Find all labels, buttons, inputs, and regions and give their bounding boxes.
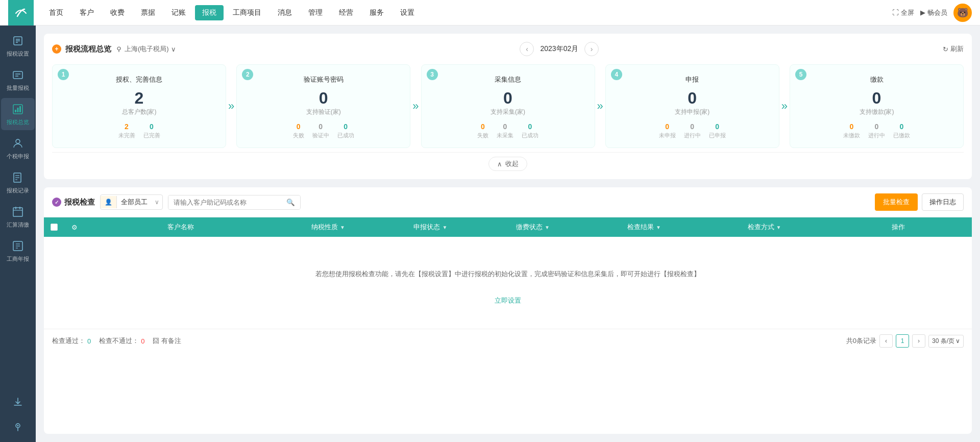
method-filter-icon[interactable]: ▼ [776, 225, 781, 230]
search-button[interactable]: 🔍 [281, 195, 300, 209]
nav-fees[interactable]: 收费 [103, 5, 132, 20]
stat-label: 已成功 [337, 132, 354, 139]
tax-check-section: ✓ 报税检查 👤 全部员工 ∨ 🔍 批量检查 操作日志 [44, 187, 972, 434]
stat-val: 0 [875, 122, 879, 131]
batch-tax-icon [11, 68, 25, 82]
nav-messages[interactable]: 消息 [271, 5, 299, 20]
sidebar-item-location[interactable] [1, 415, 35, 438]
location-selector[interactable]: 上海(电子税局) ∨ [115, 44, 176, 54]
prev-page-button[interactable]: ‹ [879, 334, 893, 348]
step-1-authorize: 1 授权、完善信息 2 总客户数(家) 2 未完善 0 已完善 [52, 64, 226, 148]
per-page-selector[interactable]: 30 条/页 ∨ [928, 335, 964, 348]
arrow-1: » [226, 64, 236, 148]
annual-settlement-icon [11, 205, 25, 219]
result-filter-icon[interactable]: ▼ [656, 225, 661, 230]
collapse-icon: ∧ [497, 160, 502, 168]
step-5-number: 5 [795, 69, 806, 80]
op-log-button[interactable]: 操作日志 [922, 193, 964, 211]
batch-check-button[interactable]: 批量检查 [875, 193, 918, 211]
tax-overview-icon [11, 102, 25, 116]
step-2-stat-0[interactable]: 0 失败 [293, 122, 304, 139]
check-title-icon: ✓ [52, 198, 61, 207]
step-1-stat-1[interactable]: 0 已完善 [143, 122, 160, 139]
nav-home[interactable]: 首页 [42, 5, 70, 20]
sidebar-item-annual-settlement[interactable]: 汇算清缴 [1, 201, 35, 233]
stat-label: 已完善 [143, 132, 160, 139]
search-input[interactable] [168, 195, 281, 209]
step-2-stat-2[interactable]: 0 已成功 [337, 122, 354, 139]
pay-filter-icon[interactable]: ▼ [545, 225, 550, 230]
sidebar-item-annual-report[interactable]: 工商年报 [1, 235, 35, 267]
step-4-stat-2[interactable]: 0 已申报 [709, 122, 726, 139]
stat-label: 失败 [477, 132, 488, 139]
collapse-button[interactable]: ∧ 收起 [488, 157, 527, 171]
employee-filter[interactable]: 👤 全部员工 ∨ [100, 194, 163, 210]
setup-link[interactable]: 立即设置 [495, 297, 521, 304]
employee-filter-text: 全部员工 [117, 195, 152, 209]
check-header-right: 批量检查 操作日志 [875, 193, 964, 211]
nav-commerce[interactable]: 工商项目 [226, 5, 268, 20]
prev-month-button[interactable]: ‹ [520, 42, 534, 56]
step-4-stat-1[interactable]: 0 进行中 [684, 122, 701, 139]
pass-stat: 检查通过： 0 [52, 336, 91, 346]
stat-label: 已成功 [522, 132, 538, 139]
step-4-title: 申报 [685, 75, 699, 84]
step-2-label: 支持验证(家) [306, 108, 341, 116]
current-page: 1 [896, 334, 909, 348]
stat-label: 未采集 [497, 132, 513, 139]
tax-records-icon [11, 170, 25, 185]
step-3-label: 支持采集(家) [491, 108, 525, 116]
overview-icon: + [52, 44, 61, 54]
sidebar-item-batch-tax[interactable]: 批量报税 [1, 64, 35, 96]
report-filter-icon[interactable]: ▼ [442, 225, 447, 230]
th-check-result: 检查结果 ▼ [584, 217, 704, 237]
th-client-name: 客户名称 [85, 217, 277, 237]
sidebar-item-tax-records[interactable]: 报税记录 [1, 166, 35, 199]
nav-settings[interactable]: 设置 [393, 5, 422, 20]
stat-val: 0 [150, 122, 154, 131]
step-1-stat-0[interactable]: 2 未完善 [118, 122, 135, 139]
location-icon [11, 420, 25, 434]
nav-service[interactable]: 服务 [362, 5, 391, 20]
tax-filter-icon[interactable]: ▼ [340, 225, 345, 230]
nav-invoice[interactable]: 票据 [134, 5, 162, 20]
logo[interactable] [8, 0, 34, 26]
header-checkbox[interactable] [51, 224, 58, 231]
stat-label: 进行中 [684, 132, 701, 139]
step-4-stat-0[interactable]: 0 未申报 [659, 122, 676, 139]
pass-count[interactable]: 0 [87, 337, 91, 345]
nav-tax[interactable]: 报税 [195, 5, 224, 20]
step-3-stat-1[interactable]: 0 未采集 [497, 122, 513, 139]
avatar[interactable]: 🐻 [953, 4, 972, 22]
fail-stat: 检查不通过： 0 [99, 336, 144, 346]
sidebar-item-tax-settings[interactable]: 报税设置 [1, 30, 35, 62]
next-month-button[interactable]: › [584, 42, 599, 56]
th-pay-status: 缴费状态 ▼ [482, 217, 584, 237]
step-4-count: 0 [688, 88, 697, 108]
step-4-label: 支持申报(家) [675, 108, 709, 116]
step-5-stat-1[interactable]: 0 进行中 [868, 122, 885, 139]
fail-count[interactable]: 0 [141, 337, 144, 345]
step-5-stat-2[interactable]: 0 已缴款 [893, 122, 910, 139]
step-2-stat-1[interactable]: 0 验证中 [312, 122, 329, 139]
sidebar: 报税设置 批量报税 报税总览 [0, 26, 36, 442]
stat-label: 未缴款 [843, 132, 860, 139]
member-button[interactable]: ▶ 畅会员 [920, 8, 947, 17]
step-5-stat-0[interactable]: 0 未缴款 [843, 122, 860, 139]
nav-client[interactable]: 客户 [72, 5, 101, 20]
nav-management[interactable]: 管理 [301, 5, 330, 20]
nav-operations[interactable]: 经营 [332, 5, 360, 20]
refresh-button[interactable]: ↻ 刷新 [943, 44, 964, 54]
sidebar-item-download[interactable] [1, 391, 35, 413]
th-gear[interactable]: ⚙ [64, 217, 85, 237]
step-3-stat-0[interactable]: 0 失败 [477, 122, 488, 139]
stat-val: 0 [900, 122, 904, 131]
fullscreen-button[interactable]: ⛶ 全屏 [892, 8, 914, 17]
employee-filter-dropdown[interactable]: ∨ [152, 196, 162, 208]
step-3-stat-2[interactable]: 0 已成功 [522, 122, 538, 139]
nav-bookkeeping[interactable]: 记账 [164, 5, 193, 20]
sidebar-item-individual-tax[interactable]: 个税申报 [1, 132, 35, 164]
step-2-count: 0 [319, 88, 328, 108]
next-page-button[interactable]: › [912, 334, 925, 348]
sidebar-item-tax-overview[interactable]: 报税总览 [1, 98, 35, 130]
